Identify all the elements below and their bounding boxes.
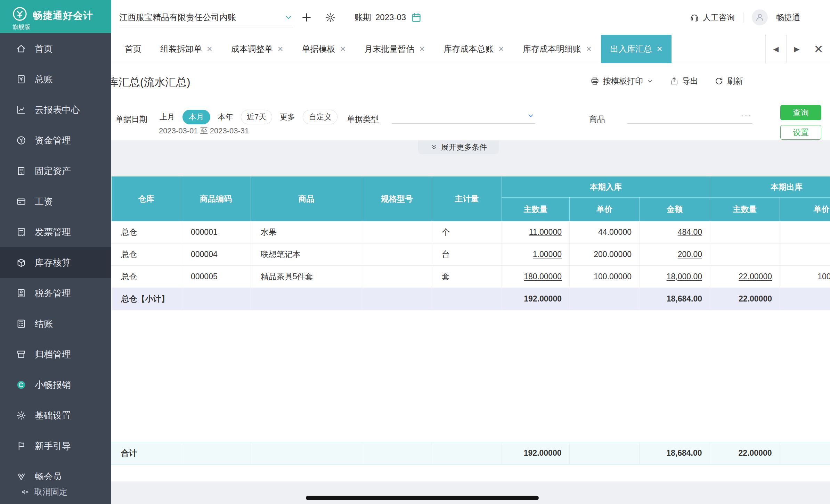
- calendar-icon[interactable]: [411, 0, 422, 35]
- grid-cell: [362, 288, 432, 310]
- sidebar-item-cloud-reports[interactable]: 云报表中心: [0, 94, 111, 125]
- sidebar-item-funds[interactable]: 资金管理: [0, 125, 111, 156]
- sidebar-item-label: 小畅报销: [35, 379, 71, 391]
- tabs-scroll-right-button[interactable]: ▶: [786, 35, 807, 63]
- drill-link[interactable]: 11.00000: [529, 228, 562, 237]
- tab-close-icon[interactable]: ×: [498, 44, 504, 54]
- grid-cell: [362, 442, 432, 464]
- tab-close-icon[interactable]: ×: [278, 44, 283, 54]
- support-button[interactable]: 人工咨询: [690, 12, 735, 23]
- tab-close-icon[interactable]: ×: [657, 44, 662, 54]
- drill-link[interactable]: 22.00000: [739, 272, 772, 281]
- drill-link[interactable]: 200.00: [678, 250, 702, 259]
- expand-more-label: 展开更多条件: [441, 142, 487, 152]
- date-option-last-month[interactable]: 上月: [158, 110, 176, 124]
- tab-in-out-summary[interactable]: 出入库汇总×: [601, 35, 672, 63]
- grid-cell: 精品茶具5件套: [251, 266, 362, 288]
- sidebar-item-fixed-assets[interactable]: 固定资产: [0, 156, 111, 186]
- drill-link[interactable]: 484.00: [678, 228, 702, 237]
- close-tab-button[interactable]: ×: [807, 35, 830, 63]
- grid-cell: 192.00000: [502, 288, 570, 310]
- expand-more-filters[interactable]: 展开更多条件: [418, 140, 499, 154]
- period-value[interactable]: 2023-03: [375, 0, 406, 35]
- company-selector[interactable]: 江西服宝精品有限责任公司内账: [119, 0, 293, 35]
- logo-icon: [11, 5, 29, 23]
- table-row: 总仓000005精品茶具5件套套180.00000100.0000018,000…: [112, 266, 830, 288]
- sidebar-item-inventory[interactable]: 库存核算: [0, 247, 111, 278]
- tab-home[interactable]: 首页: [115, 35, 151, 63]
- tab-inventory-cost-detail[interactable]: 库存成本明细账×: [513, 35, 601, 63]
- sidebar-item-settings[interactable]: 基础设置: [0, 400, 111, 431]
- chevron-down-icon: [646, 78, 653, 85]
- export-button[interactable]: 导出: [669, 76, 698, 86]
- grid-subcol-header: 主数量: [502, 198, 570, 221]
- grid-col-header: 商品编码: [181, 176, 251, 221]
- tab-month-end-estimate[interactable]: 月末批量暂估×: [355, 35, 434, 63]
- sidebar-item-invoices[interactable]: 发票管理: [0, 217, 111, 247]
- topbar: 江西服宝精品有限责任公司内账 账期 2023-03 人工咨询 畅捷通: [111, 0, 830, 35]
- tabs-scroll-left-button[interactable]: ◀: [765, 35, 786, 63]
- calendar-icon: [411, 12, 422, 23]
- date-option-last-7-days[interactable]: 近7天: [241, 110, 272, 124]
- invoice-icon: [16, 227, 26, 237]
- date-option-more[interactable]: 更多: [278, 110, 296, 124]
- drill-link[interactable]: 18,000.00: [667, 272, 702, 281]
- date-option-this-year[interactable]: 本年: [217, 110, 235, 124]
- grid-subcol-header: 单价: [780, 198, 830, 221]
- print-by-template-button[interactable]: 按模板打印: [590, 76, 653, 86]
- sidebar-item-label: 税务管理: [35, 287, 71, 299]
- query-button[interactable]: 查询: [780, 105, 821, 120]
- horizontal-scrollbar[interactable]: [306, 496, 539, 500]
- doc-type-select[interactable]: [392, 108, 535, 124]
- funds-icon: [16, 135, 26, 146]
- product-input[interactable]: ···: [627, 108, 752, 124]
- sidebar-item-salary[interactable]: 工资: [0, 186, 111, 217]
- grid-cell: 100.00000: [570, 266, 640, 288]
- grid-cell: 18,000.00: [640, 266, 710, 288]
- add-button[interactable]: [301, 0, 312, 35]
- sidebar-item-tax[interactable]: 税务管理: [0, 278, 111, 308]
- sidebar-item-closing[interactable]: 结账: [0, 308, 111, 339]
- settings-gear-button[interactable]: [325, 0, 336, 35]
- grid-cell: [362, 221, 432, 243]
- user-name[interactable]: 畅捷通: [776, 12, 800, 23]
- sidebar-item-label: 基础设置: [35, 410, 71, 422]
- tab-bar: 首页组装拆卸单×成本调整单×单据模板×月末批量暂估×库存成本总账×库存成本明细账…: [111, 35, 830, 63]
- tab-close-icon[interactable]: ×: [586, 44, 592, 54]
- avatar[interactable]: [752, 9, 768, 25]
- tab-close-icon[interactable]: ×: [340, 44, 346, 54]
- drill-link[interactable]: 180.00000: [524, 272, 562, 281]
- company-name: 江西服宝精品有限责任公司内账: [119, 12, 236, 23]
- tab-doc-template[interactable]: 单据模板×: [293, 35, 355, 63]
- grid-cell: 22.00000: [710, 266, 780, 288]
- unpin-sidebar-button[interactable]: 取消固定: [0, 480, 111, 504]
- refresh-button[interactable]: 刷新: [714, 76, 743, 86]
- sidebar-item-label: 固定资产: [35, 165, 71, 177]
- grid-subcol-header: 主数量: [710, 198, 780, 221]
- date-option-custom[interactable]: 自定义: [303, 110, 337, 124]
- sidebar-item-home[interactable]: 首页: [0, 33, 111, 64]
- sidebar-item-guide[interactable]: 新手引导: [0, 431, 111, 461]
- grid-cell: [710, 221, 780, 243]
- sidebar-item-label: 首页: [35, 43, 53, 55]
- more-icon[interactable]: ···: [741, 110, 752, 121]
- tab-label: 首页: [125, 43, 141, 55]
- table-row: 总仓000001水果个11.0000044.00000484.00: [112, 221, 830, 243]
- export-label: 导出: [682, 76, 698, 86]
- grid-cell: 000005: [181, 266, 251, 288]
- filter-settings-button[interactable]: 设置: [780, 125, 821, 140]
- drill-link[interactable]: 1.00000: [533, 250, 562, 259]
- report-icon: [16, 105, 26, 115]
- tab-close-icon[interactable]: ×: [419, 44, 425, 54]
- tab-cost-adjustment[interactable]: 成本调整单×: [222, 35, 293, 63]
- sidebar-item-reimburse[interactable]: 小畅报销: [0, 370, 111, 400]
- tab-close-icon[interactable]: ×: [207, 44, 212, 54]
- date-option-this-month[interactable]: 本月: [182, 110, 210, 124]
- sidebar-item-archive[interactable]: 归档管理: [0, 339, 111, 370]
- plus-icon: [301, 11, 312, 23]
- tab-inventory-cost-ledger[interactable]: 库存成本总账×: [434, 35, 513, 63]
- tab-assembly-order[interactable]: 组装拆卸单×: [151, 35, 222, 63]
- sidebar-item-general-ledger[interactable]: 总账: [0, 64, 111, 94]
- page-actions: 按模板打印 导出 刷新: [590, 76, 743, 86]
- sidebar-item-label: 云报表中心: [35, 104, 80, 116]
